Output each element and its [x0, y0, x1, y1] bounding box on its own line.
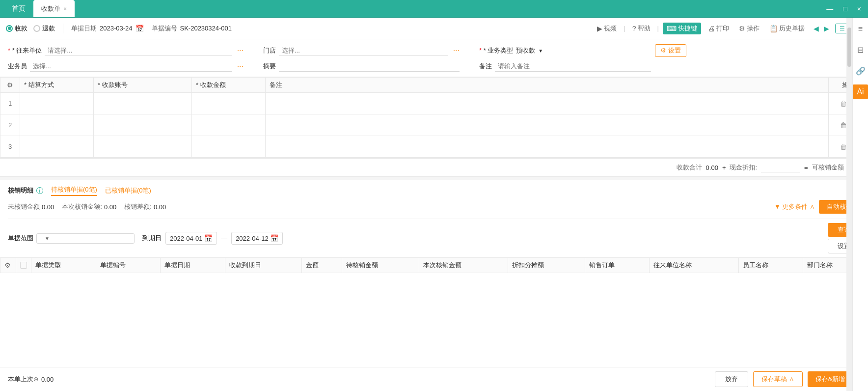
draft-btn[interactable]: 保存草稿 ∧ — [753, 371, 803, 387]
equals-sign: = — [804, 164, 808, 171]
date-start-input[interactable]: 2022-04-01 📅 — [165, 232, 217, 245]
bottom-table: ⚙ 单据类型 单据编号 单据日期 收款到期日 金额 待核销金额 本次核销金额 折… — [0, 257, 868, 273]
range-select[interactable]: ▼ — [36, 233, 135, 244]
form-row-2: 业务员 ··· 摘要 备注 — [8, 61, 860, 72]
doc-num-label: 单据编号 — [152, 24, 177, 33]
tab-pending[interactable]: 待核销单据(0笔) — [51, 185, 97, 196]
shortcut-btn[interactable]: ⌨ 快捷键 — [663, 23, 701, 34]
table-settings-icon[interactable]: ⚙ — [7, 81, 13, 89]
store-label: 门店 — [263, 46, 276, 55]
row-notes-3[interactable] — [266, 136, 829, 158]
writeoff-info-icon[interactable]: i — [36, 187, 43, 194]
staff-input[interactable] — [30, 61, 232, 72]
row-notes-1[interactable] — [266, 93, 829, 114]
footer-previous-value: 0.00 — [41, 376, 54, 383]
summary-field: 摘要 — [263, 61, 460, 72]
bt-col-pending: 待核销金额 — [342, 258, 419, 273]
diff-stat: 核销差额: 0.00 — [124, 202, 166, 211]
close-btn[interactable]: × — [854, 4, 864, 14]
bt-col-checkbox — [16, 258, 31, 273]
sidebar-icon-1[interactable]: ≡ — [855, 22, 866, 36]
row-delete-icon-1[interactable]: 🗑 — [840, 100, 847, 108]
bt-col-doc-type: 单据类型 — [31, 258, 96, 273]
tab-active[interactable]: 收款单 × — [33, 0, 75, 17]
nav-prev[interactable]: ◀ — [812, 24, 821, 33]
video-btn[interactable]: ▶ 视频 — [594, 23, 620, 34]
row-account-1[interactable] — [94, 93, 192, 114]
row-notes-2[interactable] — [266, 114, 829, 136]
date-start-calendar[interactable]: 📅 — [204, 234, 213, 242]
notes-field: 备注 — [479, 61, 651, 72]
row-account-3[interactable] — [94, 136, 192, 158]
store-more-icon[interactable]: ··· — [453, 46, 460, 55]
row-settle-3[interactable] — [20, 136, 94, 158]
divider1 — [63, 24, 63, 33]
scrollbar-thumb[interactable] — [847, 28, 851, 67]
settings-button[interactable]: ⚙ 设置 — [655, 44, 686, 57]
print-icon: 🖨 — [708, 25, 715, 32]
notes-input[interactable] — [495, 61, 651, 72]
staff-more-icon[interactable]: ··· — [237, 62, 244, 71]
history-btn[interactable]: 📋 历史单据 — [766, 23, 808, 34]
maximize-btn[interactable]: □ — [840, 4, 850, 14]
table-row: 3 🗑 ⊕ — [0, 136, 868, 158]
bt-col-partner: 往来单位名称 — [650, 258, 738, 273]
shortcut-icon: ⌨ — [667, 25, 677, 32]
calendar-icon[interactable]: 📅 — [136, 25, 144, 32]
tab-home[interactable]: 首页 — [4, 0, 33, 17]
store-field: 门店 ··· — [263, 45, 460, 56]
print-btn[interactable]: 🖨 打印 — [705, 23, 732, 34]
row-amount-2[interactable] — [192, 114, 266, 136]
nav-next[interactable]: ▶ — [822, 24, 831, 33]
operation-btn[interactable]: ⚙ 操作 — [736, 23, 762, 34]
partner-more-icon[interactable]: ··· — [237, 46, 244, 55]
more-conditions-btn[interactable]: ▼ 更多条件 ∧ — [774, 202, 815, 211]
unverified-value: 0.00 — [42, 203, 54, 211]
shortcut-label: 快捷键 — [678, 24, 697, 33]
radio-collect[interactable]: 收款 — [6, 24, 27, 33]
row-num-1: 1 — [0, 93, 20, 114]
row-amount-3[interactable] — [192, 136, 266, 158]
row-delete-icon-3[interactable]: 🗑 — [840, 143, 847, 151]
sidebar-ai-icon[interactable]: Ai — [853, 84, 868, 99]
sidebar-icon-2[interactable]: ⊟ — [854, 42, 867, 57]
history-label: 历史单据 — [779, 24, 805, 33]
discount-input[interactable] — [761, 163, 800, 172]
radio-refund[interactable]: 退款 — [33, 24, 55, 33]
tab-done[interactable]: 已核销单据(0笔) — [105, 186, 151, 195]
net-label: 可核销金额 — [812, 163, 844, 172]
bt-col-sales-order: 销售订单 — [585, 258, 650, 273]
store-input[interactable] — [279, 45, 448, 56]
date-end-calendar[interactable]: 📅 — [270, 234, 278, 242]
sidebar-icon-3[interactable]: 🔗 — [853, 63, 868, 79]
row-settle-1[interactable] — [20, 93, 94, 114]
row-settle-2[interactable] — [20, 114, 94, 136]
diff-label: 核销差额: — [124, 202, 152, 211]
bt-col-doc-num: 单据编号 — [96, 258, 161, 273]
summary-input[interactable] — [279, 61, 460, 72]
doc-num: 单据编号 SK-20230324-001 — [152, 24, 232, 33]
discount-label: 现金折扣: — [730, 163, 757, 172]
row-amount-1[interactable] — [192, 93, 266, 114]
doc-num-value: SK-20230324-001 — [180, 25, 232, 32]
partner-input[interactable] — [45, 45, 232, 56]
tab-close-icon[interactable]: × — [63, 5, 67, 12]
scrollbar[interactable] — [846, 18, 852, 391]
bt-settings-icon[interactable]: ⚙ — [4, 261, 11, 269]
form-row-1: * 往来单位 ··· 门店 ··· * 业务类型 预收款 ▼ ⚙ 设置 — [8, 44, 860, 57]
row-account-2[interactable] — [94, 114, 192, 136]
date-end-input[interactable]: 2022-04-12 📅 — [231, 232, 283, 245]
discard-btn[interactable]: 放弃 — [715, 371, 748, 387]
sum-value: 0.00 — [706, 164, 718, 171]
bottom-table-area: ⚙ 单据类型 单据编号 单据日期 收款到期日 金额 待核销金额 本次核销金额 折… — [0, 257, 868, 273]
toolbar-right: ▶ 视频 | ? 帮助 | ⌨ 快捷键 🖨 打印 ⚙ 操作 📋 — [594, 23, 862, 34]
due-date-label: 到期日 — [142, 234, 162, 243]
business-type-select[interactable]: 预收款 ▼ — [516, 46, 543, 55]
minimize-btn[interactable]: — — [823, 4, 836, 14]
help-btn[interactable]: ? 帮助 — [629, 23, 653, 34]
date-start-value: 2022-04-01 — [170, 235, 203, 242]
operation-icon: ⚙ — [739, 25, 745, 32]
bt-select-all[interactable] — [20, 262, 27, 269]
business-type-arrow: ▼ — [538, 48, 543, 54]
row-delete-icon-2[interactable]: 🗑 — [840, 121, 847, 129]
